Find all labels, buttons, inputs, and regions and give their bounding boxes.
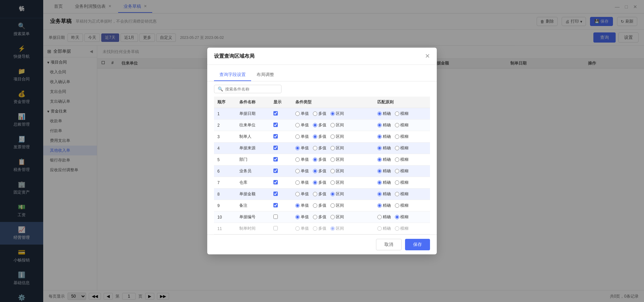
show-checkbox-9[interactable]	[273, 215, 278, 219]
type-single-radio-9[interactable]	[295, 215, 300, 219]
match-fuzzy-radio-7[interactable]	[395, 192, 399, 196]
modal-cancel-button[interactable]: 取消	[376, 239, 402, 250]
modal-search-input[interactable]	[225, 87, 278, 92]
table-row: 6 业务员 单值 多值 区间 精确 模糊	[214, 166, 430, 177]
cell-order-9: 10	[214, 211, 236, 223]
show-checkbox-8[interactable]	[273, 203, 278, 207]
match-exact-radio-10[interactable]	[377, 226, 382, 231]
match-fuzzy-radio-9[interactable]	[395, 215, 399, 219]
match-fuzzy-radio-2[interactable]	[395, 134, 399, 139]
type-single-radio-1[interactable]	[295, 123, 300, 127]
type-multi-radio-3[interactable]	[313, 146, 317, 150]
match-exact-radio-1[interactable]	[377, 123, 382, 127]
type-range-radio-9[interactable]	[330, 215, 335, 219]
show-checkbox-0[interactable]	[273, 111, 278, 116]
type-multi-radio-2[interactable]	[313, 134, 317, 139]
type-multi-radio-0[interactable]	[313, 111, 317, 116]
match-exact-radio-9[interactable]	[377, 215, 382, 219]
match-fuzzy-radio-0[interactable]	[395, 111, 399, 116]
cell-type-8: 单值 多值 区间	[292, 200, 374, 211]
type-range-radio-7[interactable]	[330, 192, 335, 196]
modal-close-button[interactable]: ✕	[425, 52, 430, 60]
match-fuzzy-radio-4[interactable]	[395, 157, 399, 162]
show-checkbox-2[interactable]	[273, 134, 278, 139]
cell-show-6	[270, 177, 292, 188]
type-single-radio-0[interactable]	[295, 111, 300, 116]
type-multi-radio-5[interactable]	[313, 169, 317, 173]
type-single-radio-7[interactable]	[295, 192, 300, 196]
modal-title: 设置查询区域布局	[214, 53, 254, 59]
type-single-radio-4[interactable]	[295, 157, 300, 162]
type-multi-radio-6[interactable]	[313, 180, 317, 185]
match-fuzzy-radio-3[interactable]	[395, 146, 399, 150]
show-checkbox-1[interactable]	[273, 123, 278, 127]
type-single-radio-2[interactable]	[295, 134, 300, 139]
match-exact-radio-8[interactable]	[377, 203, 382, 208]
show-checkbox-10[interactable]	[273, 226, 278, 230]
table-row: 3 制单人 单值 多值 区间 精确 模糊	[214, 131, 430, 143]
type-single-radio-3[interactable]	[295, 146, 300, 150]
show-checkbox-6[interactable]	[273, 180, 278, 184]
modal-body: 查询字段设置 布局调整 🔍 顺序 条件名	[207, 65, 437, 234]
type-range-radio-6[interactable]	[330, 180, 335, 185]
table-row: 9 备注 单值 多值 区间 精确 模糊	[214, 200, 430, 211]
cell-type-3: 单值 多值 区间	[292, 143, 374, 154]
modal-overlay[interactable]: 设置查询区域布局 ✕ 查询字段设置 布局调整 🔍	[0, 0, 644, 302]
cell-name-5: 业务员	[236, 166, 270, 177]
show-checkbox-4[interactable]	[273, 157, 278, 161]
cell-match-5: 精确 模糊	[374, 166, 430, 177]
th-name: 条件名称	[236, 97, 270, 108]
type-range-radio-2[interactable]	[330, 134, 335, 139]
type-range-radio-0[interactable]	[330, 111, 335, 116]
cell-type-6: 单值 多值 区间	[292, 177, 374, 188]
modal-tab-fields[interactable]: 查询字段设置	[214, 69, 251, 81]
match-exact-radio-6[interactable]	[377, 180, 382, 185]
type-range-radio-5[interactable]	[330, 169, 335, 173]
match-exact-radio-0[interactable]	[377, 111, 382, 116]
match-fuzzy-radio-5[interactable]	[395, 169, 399, 173]
cell-match-1: 精确 模糊	[374, 120, 430, 131]
match-fuzzy-radio-6[interactable]	[395, 180, 399, 185]
type-single-radio-8[interactable]	[295, 203, 300, 208]
show-checkbox-5[interactable]	[273, 169, 278, 173]
type-multi-radio-10[interactable]	[313, 226, 317, 231]
type-single-radio-10[interactable]	[295, 226, 300, 231]
show-checkbox-3[interactable]	[273, 146, 278, 150]
type-multi-radio-1[interactable]	[313, 123, 317, 127]
cell-name-8: 备注	[236, 200, 270, 211]
match-exact-radio-2[interactable]	[377, 134, 382, 139]
th-type: 条件类型	[292, 97, 374, 108]
cell-order-8: 9	[214, 200, 236, 211]
match-exact-radio-5[interactable]	[377, 169, 382, 173]
match-exact-radio-4[interactable]	[377, 157, 382, 162]
match-fuzzy-radio-10[interactable]	[395, 226, 399, 231]
table-row: 5 部门 单值 多值 区间 精确 模糊	[214, 154, 430, 166]
type-range-radio-8[interactable]	[330, 203, 335, 208]
type-range-radio-3[interactable]	[330, 146, 335, 150]
type-multi-radio-4[interactable]	[313, 157, 317, 162]
table-row: 11 制单时间 单值 多值 区间 精确 模糊	[214, 223, 430, 234]
match-fuzzy-radio-1[interactable]	[395, 123, 399, 127]
type-single-radio-5[interactable]	[295, 169, 300, 173]
modal-save-button[interactable]: 保存	[405, 239, 430, 250]
cell-match-10: 精确 模糊	[374, 223, 430, 234]
cell-name-6: 仓库	[236, 177, 270, 188]
type-multi-radio-7[interactable]	[313, 192, 317, 196]
type-single-radio-6[interactable]	[295, 180, 300, 185]
cell-name-3: 单据来源	[236, 143, 270, 154]
cell-type-5: 单值 多值 区间	[292, 166, 374, 177]
type-range-radio-1[interactable]	[330, 123, 335, 127]
cell-order-0: 1	[214, 108, 236, 120]
match-fuzzy-radio-8[interactable]	[395, 203, 399, 208]
cell-name-4: 部门	[236, 154, 270, 166]
match-exact-radio-3[interactable]	[377, 146, 382, 150]
type-multi-radio-9[interactable]	[313, 215, 317, 219]
type-range-radio-10[interactable]	[330, 226, 335, 231]
modal-tab-layout[interactable]: 布局调整	[251, 69, 279, 81]
type-multi-radio-8[interactable]	[313, 203, 317, 208]
show-checkbox-7[interactable]	[273, 192, 278, 196]
modal-search-wrap: 🔍	[214, 85, 281, 93]
type-range-radio-4[interactable]	[330, 157, 335, 162]
cell-order-5: 6	[214, 166, 236, 177]
match-exact-radio-7[interactable]	[377, 192, 382, 196]
